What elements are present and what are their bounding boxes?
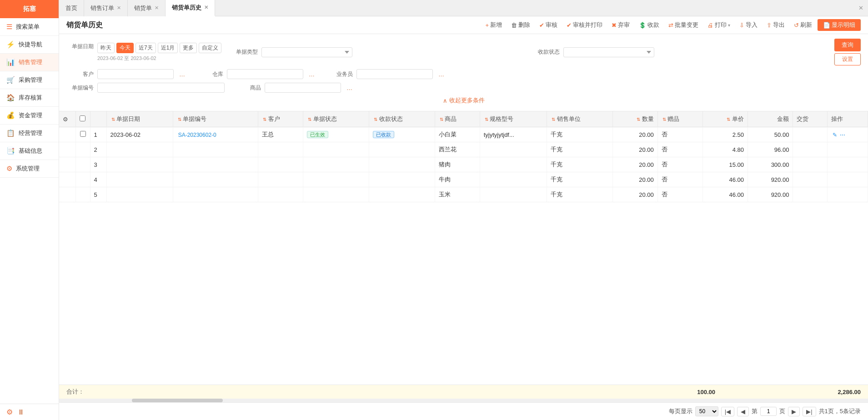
- col-spec[interactable]: ⇅ 规格型号: [480, 111, 547, 127]
- pause-icon[interactable]: ⏸: [17, 408, 25, 416]
- export-button[interactable]: ⇧ 导出: [763, 19, 788, 31]
- warehouse-ellipsis[interactable]: …: [307, 71, 316, 78]
- close-sales-history-tab[interactable]: ✕: [204, 5, 208, 10]
- tab-home[interactable]: 首页: [59, 0, 84, 16]
- first-page-button[interactable]: |◀: [721, 407, 734, 416]
- next-page-button[interactable]: ▶: [788, 407, 800, 416]
- cell-doc-no[interactable]: [173, 172, 258, 187]
- horizontal-scrollbar[interactable]: [59, 399, 868, 402]
- set-button[interactable]: 设置: [834, 53, 861, 65]
- tab-sales-history[interactable]: 销货单历史 ✕: [166, 0, 215, 16]
- col-doc-date[interactable]: ⇅ 单据日期: [106, 111, 173, 127]
- sidebar-item-operations[interactable]: 📋 经营管理: [0, 125, 59, 142]
- cell-seq: 4: [90, 172, 106, 187]
- prev-page-button[interactable]: ◀: [737, 407, 749, 416]
- col-checkbox[interactable]: [75, 111, 90, 127]
- delete-button[interactable]: 🗑 删除: [507, 19, 534, 31]
- customer-input[interactable]: [97, 69, 174, 79]
- col-doc-status[interactable]: ⇅ 单据状态: [303, 111, 369, 127]
- show-detail-button[interactable]: 📄 显示明细: [818, 19, 861, 31]
- col-goods[interactable]: ⇅ 商品: [435, 111, 480, 127]
- query-button[interactable]: 查询: [834, 39, 861, 51]
- cell-checkbox[interactable]: [75, 127, 90, 142]
- date-btn-yesterday[interactable]: 昨天: [97, 43, 115, 53]
- cell-doc-date: [106, 187, 173, 202]
- audit-print-button[interactable]: ✔ 审核并打印: [563, 19, 606, 31]
- close-sales-goods-tab[interactable]: ✕: [155, 5, 159, 11]
- cell-doc-no[interactable]: SA-20230602-0: [173, 127, 258, 142]
- sort-goods-icon: ⇅: [440, 117, 443, 122]
- tab-close-all[interactable]: ✕: [854, 5, 868, 11]
- sidebar-item-finance[interactable]: 💰 资金管理: [0, 107, 59, 125]
- import-button[interactable]: ⇩ 导入: [736, 19, 761, 31]
- doc-type-select[interactable]: [261, 47, 352, 57]
- doc-number-input[interactable]: [97, 83, 225, 93]
- audit-button[interactable]: ✔ 审核: [536, 19, 561, 31]
- cell-checkbox[interactable]: [75, 187, 90, 202]
- cell-customer: [258, 157, 303, 172]
- warehouse-input[interactable]: [227, 69, 303, 79]
- sidebar-item-sales-mgmt[interactable]: 📊 销售管理: [0, 54, 59, 71]
- cell-doc-no[interactable]: [173, 187, 258, 202]
- payment-status-select[interactable]: [563, 47, 654, 57]
- print-button[interactable]: 🖨 打印 ▾: [704, 19, 734, 31]
- col-customer[interactable]: ⇅ 客户: [258, 111, 303, 127]
- select-all-checkbox[interactable]: [80, 115, 85, 121]
- cell-gift: 否: [657, 127, 702, 142]
- refresh-button[interactable]: ↺ 刷新: [790, 19, 816, 31]
- customer-ellipsis[interactable]: …: [177, 71, 187, 78]
- sidebar-item-inventory[interactable]: 🏠 库存核算: [0, 89, 59, 107]
- collapse-button[interactable]: ∧ 收起更多条件: [66, 96, 861, 105]
- cell-checkbox[interactable]: [75, 142, 90, 157]
- col-unit-price[interactable]: ⇅ 单价: [702, 111, 748, 127]
- settings-bottom-icon[interactable]: ⚙: [6, 408, 13, 416]
- cell-customer: [258, 187, 303, 202]
- goods-ellipsis[interactable]: …: [345, 85, 354, 91]
- goods-input[interactable]: [265, 83, 341, 93]
- tab-sales-order[interactable]: 销售订单 ✕: [84, 0, 128, 16]
- col-qty[interactable]: ⇅ 数量: [612, 111, 657, 127]
- sidebar-item-search-menu[interactable]: ☰ 搜索菜单: [0, 18, 59, 36]
- col-doc-no[interactable]: ⇅ 单据编号: [173, 111, 258, 127]
- batch-change-button[interactable]: ⇄ 批量变更: [665, 19, 702, 31]
- col-gift[interactable]: ⇅ 赠品: [657, 111, 702, 127]
- col-payment-status[interactable]: ⇅ 收款状态: [369, 111, 435, 127]
- cell-doc-no[interactable]: [173, 157, 258, 172]
- sidebar-item-purchase-mgmt[interactable]: 🛒 采购管理: [0, 71, 59, 89]
- sidebar-bottom: ⚙ ⏸: [0, 404, 59, 420]
- sidebar-item-label: 基础信息: [19, 147, 42, 155]
- cell-customer: [258, 172, 303, 187]
- tab-sales-goods[interactable]: 销货单 ✕: [128, 0, 166, 16]
- date-btn-more[interactable]: 更多: [180, 43, 197, 53]
- page-number-input[interactable]: [760, 407, 777, 416]
- scrollbar-thumb[interactable]: [132, 399, 223, 402]
- sidebar-item-system-mgmt[interactable]: ⚙ 系统管理: [0, 160, 59, 178]
- receive-button[interactable]: 💲 收款: [635, 19, 663, 31]
- cell-checkbox[interactable]: [75, 157, 90, 172]
- discard-button[interactable]: ✖ 弃审: [608, 19, 633, 31]
- table-row: 3 猪肉 千克 20.00 否 15.00 300.00: [59, 157, 868, 172]
- edit-action[interactable]: ✎: [833, 132, 837, 138]
- date-btn-custom[interactable]: 自定义: [199, 43, 221, 53]
- cell-doc-no[interactable]: [173, 142, 258, 157]
- per-page-select[interactable]: 50 100 200: [695, 406, 718, 416]
- cell-checkbox[interactable]: [75, 172, 90, 187]
- doc-no-link[interactable]: SA-20230602-0: [178, 132, 216, 138]
- col-settings[interactable]: ⚙: [59, 111, 75, 127]
- header-area: 销货单历史 + 新增 🗑 删除 ✔ 审核 ✔ 审核并打印 ✖ 弃审: [59, 16, 868, 34]
- sidebar-item-quick-nav[interactable]: ⚡ 快捷导航: [0, 36, 59, 54]
- last-page-button[interactable]: ▶|: [803, 407, 816, 416]
- salesperson-input[interactable]: [356, 69, 433, 79]
- sidebar-item-basic-info[interactable]: 📑 基础信息: [0, 142, 59, 160]
- close-sales-order-tab[interactable]: ✕: [117, 5, 121, 11]
- col-unit[interactable]: ⇅ 销售单位: [547, 111, 613, 127]
- more-action[interactable]: ⋯: [840, 132, 845, 138]
- cell-settings: [59, 187, 75, 202]
- add-button[interactable]: + 新增: [482, 19, 506, 31]
- date-btn-today[interactable]: 今天: [116, 43, 134, 53]
- row-checkbox[interactable]: [80, 131, 86, 137]
- date-btn-1month[interactable]: 近1月: [158, 43, 178, 53]
- cell-unit: 千克: [547, 187, 613, 202]
- salesperson-ellipsis[interactable]: …: [437, 71, 446, 78]
- date-btn-7days[interactable]: 近7天: [135, 43, 156, 53]
